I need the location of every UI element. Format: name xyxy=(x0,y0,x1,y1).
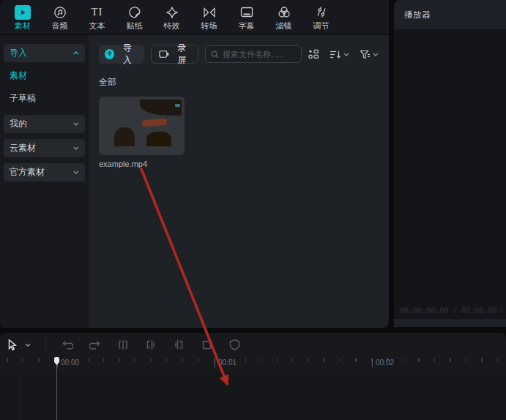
grid-view-button[interactable] xyxy=(308,49,319,59)
media-controls: + 导入 录屏 xyxy=(99,45,379,64)
media-play-icon xyxy=(15,5,31,20)
media-file-card[interactable]: example.mp4 xyxy=(99,97,185,168)
ruler-label: 00:00 xyxy=(57,359,79,367)
adjust-sliders-icon xyxy=(315,5,328,20)
tab-label: 字幕 xyxy=(239,22,255,30)
tab-label: 素材 xyxy=(15,22,31,30)
playhead[interactable] xyxy=(54,357,59,420)
undo-button[interactable] xyxy=(61,338,74,351)
effects-star-icon xyxy=(165,5,179,20)
media-workspace: 导入 素材 子草稿 我的 云素材 官方素材 + 导入 xyxy=(0,35,389,328)
sort-button[interactable] xyxy=(330,50,349,59)
timeline-track-area xyxy=(0,371,506,420)
tab-label: 文本 xyxy=(89,22,105,30)
toolbar-divider xyxy=(45,339,46,350)
chevron-down-icon xyxy=(73,146,79,150)
media-sidebar: 导入 素材 子草稿 我的 云素材 官方素材 xyxy=(0,35,89,328)
split-delete-right-button[interactable] xyxy=(172,338,185,351)
thumbnail-art xyxy=(114,127,135,146)
file-name: example.mp4 xyxy=(99,160,185,168)
player-panel: 播放器 00:00:00:00 / 00:00:00:00 xyxy=(394,0,506,327)
tab-effects[interactable]: 特效 xyxy=(154,1,190,34)
sidebar-item-mine[interactable]: 我的 xyxy=(4,115,85,133)
sidebar-item-label: 官方素材 xyxy=(10,166,45,179)
chevron-up-icon xyxy=(73,51,79,55)
tab-subtitle[interactable]: 字幕 xyxy=(228,1,264,34)
tab-media[interactable]: 素材 xyxy=(4,1,40,34)
split-delete-left-button[interactable] xyxy=(144,338,157,351)
chevron-down-icon xyxy=(343,53,349,56)
import-button-label: 导入 xyxy=(119,42,135,67)
record-screen-button[interactable]: 录屏 xyxy=(151,45,198,64)
ruler-label: 00:02 xyxy=(372,359,394,367)
player-timecode: 00:00:00:00 / 00:00:00:00 xyxy=(400,307,502,315)
view-tools xyxy=(308,49,379,59)
tab-transition[interactable]: 转场 xyxy=(191,1,227,34)
subtitle-icon xyxy=(240,5,253,20)
sidebar-item-label: 我的 xyxy=(10,118,27,130)
chevron-down-icon xyxy=(25,343,31,347)
tab-label: 滤镜 xyxy=(276,22,292,30)
section-all-label: 全部 xyxy=(99,76,379,89)
plus-icon: + xyxy=(105,49,114,59)
search-box xyxy=(205,45,302,63)
thumbnail-badge xyxy=(175,104,180,107)
sidebar-item-subdraft[interactable]: 子草稿 xyxy=(10,92,89,105)
video-thumbnail xyxy=(102,100,182,146)
sidebar-item-label: 导入 xyxy=(10,47,27,59)
tab-label: 音频 xyxy=(52,22,68,30)
player-viewport: 00:00:00:00 / 00:00:00:00 xyxy=(394,29,506,319)
player-footer xyxy=(394,319,506,327)
media-panel: + 导入 录屏 xyxy=(89,35,389,328)
text-icon: TI xyxy=(91,5,103,20)
crop-button[interactable] xyxy=(200,338,213,351)
funnel-filter-icon xyxy=(360,50,371,59)
search-input[interactable] xyxy=(223,50,296,59)
chevron-down-icon xyxy=(73,170,79,174)
thumbnail-art xyxy=(146,132,171,146)
search-icon xyxy=(211,50,219,59)
sidebar-item-official-material[interactable]: 官方素材 xyxy=(4,163,85,181)
tab-label: 调节 xyxy=(313,22,330,30)
chevron-down-icon xyxy=(73,122,79,126)
grid-view-icon xyxy=(308,49,319,59)
cursor-icon xyxy=(7,339,18,350)
timeline-ruler[interactable]: 00:00 00:01 00:02 xyxy=(0,356,506,371)
filter-circles-icon xyxy=(278,5,291,20)
chevron-down-icon xyxy=(373,53,379,56)
sidebar-item-cloud-material[interactable]: 云素材 xyxy=(4,139,85,157)
import-button[interactable]: + 导入 xyxy=(99,45,144,64)
timeline-toolbar xyxy=(0,333,506,356)
playhead-line xyxy=(56,364,57,420)
sidebar-item-import[interactable]: 导入 xyxy=(4,44,85,62)
tab-label: 特效 xyxy=(164,22,180,30)
thumbnail-art xyxy=(140,100,182,116)
thumbnail-art xyxy=(141,119,167,127)
tab-label: 转场 xyxy=(201,22,217,30)
sidebar-item-label: 云素材 xyxy=(10,142,36,154)
filter-button[interactable] xyxy=(360,50,379,59)
tab-text[interactable]: TI 文本 xyxy=(79,1,115,34)
record-screen-icon xyxy=(159,50,169,59)
tab-adjust[interactable]: 调节 xyxy=(303,1,339,34)
redo-button[interactable] xyxy=(89,338,102,351)
top-toolbar: 素材 音频 TI 文本 贴纸 特效 xyxy=(0,0,389,34)
tab-sticker[interactable]: 贴纸 xyxy=(116,1,152,34)
tab-label: 贴纸 xyxy=(127,22,143,30)
sticker-icon xyxy=(128,5,141,20)
sidebar-item-material[interactable]: 素材 xyxy=(10,70,89,82)
sort-icon xyxy=(330,50,341,59)
timeline-panel: 00:00 00:01 00:02 xyxy=(0,333,506,420)
player-title: 播放器 xyxy=(404,9,431,21)
ruler-label: 00:01 xyxy=(215,359,237,367)
audio-icon xyxy=(53,5,67,20)
record-button-label: 录屏 xyxy=(174,42,190,67)
select-tool-button[interactable] xyxy=(7,338,31,351)
tab-filter[interactable]: 滤镜 xyxy=(266,1,302,34)
split-button[interactable] xyxy=(116,338,130,351)
mask-shield-button[interactable] xyxy=(228,338,241,351)
track-header-divider xyxy=(20,375,21,420)
tab-audio[interactable]: 音频 xyxy=(42,1,78,34)
thumbnail-frame xyxy=(99,97,185,155)
transition-icon xyxy=(203,5,216,20)
